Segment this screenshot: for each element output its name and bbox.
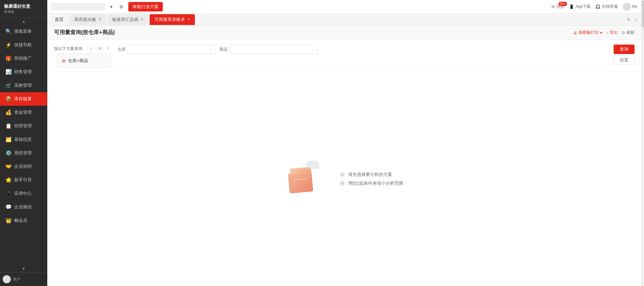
sidebar-item-search[interactable]: 🔍 搜索菜单 <box>0 25 47 38</box>
edit-scheme-btn[interactable]: ⚙ <box>96 45 103 52</box>
online-service-label: 在线客服 <box>602 4 618 9</box>
sidebar-item-app-center[interactable]: 📱 应用中心 <box>0 187 47 200</box>
refresh-icon: ↻ <box>622 30 625 35</box>
tip-text-1: 请先选择要分析的方案 <box>348 172 392 178</box>
user-menu[interactable]: Rit <box>623 3 637 11</box>
dropdown-btn[interactable]: ▾ <box>108 3 114 10</box>
tab-maximize-btn[interactable]: ⤢ <box>633 16 639 23</box>
sidebar-scroll-down[interactable]: ▼ <box>0 265 47 272</box>
top-bar-right: ✉ 消息 99+ 📱 App下载 🎧 在线客服 Rit <box>551 3 637 11</box>
sidebar-item-label: 资金管理 <box>14 109 32 115</box>
product-input[interactable]: ··· <box>230 45 317 54</box>
print-icon: 🖨 <box>573 30 577 35</box>
right-scrollbar[interactable] <box>641 0 644 286</box>
username: Rit <box>632 4 637 9</box>
tab-collect-ledger[interactable]: 收发存汇总表 ✕ <box>107 14 148 25</box>
search-icon: 🔍 <box>5 28 11 34</box>
sidebar-item-enterprise[interactable]: 🤝 企业协同 <box>0 160 47 173</box>
template-print-btn[interactable]: 🖨 按模板打印 ▾ <box>573 30 602 35</box>
tip-text-2: 用[过滤]条件来缩小分析范围 <box>348 180 403 186</box>
phone-icon: 📱 <box>569 4 574 9</box>
sidebar-item-inventory[interactable]: 📦 库存核算 <box>0 92 47 106</box>
shortcut-icon: ⚡ <box>5 42 11 48</box>
print-dropdown-icon[interactable]: ▾ <box>600 30 602 35</box>
empty-tip-2: ② 用[过滤]条件来缩小分析范围 <box>339 180 403 186</box>
scrollbar-thumb <box>642 1 644 28</box>
tip-num-2: ② <box>339 180 345 186</box>
operation-icon: 📋 <box>5 123 11 129</box>
cart-icon: 🛒 <box>5 82 11 88</box>
sidebar-item-shortcut[interactable]: ⚡ 快捷导航 <box>0 38 47 52</box>
industry-btn[interactable]: 体验行业方案 <box>128 2 163 11</box>
search-input[interactable] <box>51 3 105 10</box>
empty-illustration <box>285 159 326 199</box>
sidebar-scroll: 🔍 搜索菜单 ⚡ 快捷导航 🎁 营销推广 📊 销售管理 🛒 采购管理 📦 库存核… <box>0 25 47 265</box>
main-area: ▾ ⚙ 体验行业方案 ✉ 消息 99+ 📱 App下载 🎧 在线客服 Rit <box>47 0 641 286</box>
app-download-label: App下载 <box>575 4 591 9</box>
online-service-btn[interactable]: 🎧 在线客服 <box>595 4 618 9</box>
sidebar-item-guide[interactable]: 🌟 新手引导 <box>0 173 47 187</box>
tab-available-ledger[interactable]: 可用量库存账本 ✕ <box>150 14 195 25</box>
sidebar-item-operation[interactable]: 📋 经营管理 <box>0 119 47 133</box>
scheme-icon: ⊛ <box>62 58 66 63</box>
filter-actions: ＋ ⚙ 《 <box>87 45 109 52</box>
gear-icon: ⚙️ <box>5 150 11 156</box>
info-icon: 🗂️ <box>5 136 11 142</box>
user-name-label: 用户 <box>13 277 20 282</box>
sidebar-scroll-up[interactable]: ▲ <box>0 18 47 25</box>
warehouse-more-btn[interactable]: ··· <box>209 47 212 52</box>
app-name: 畅康通好生意 <box>4 3 43 9</box>
query-button[interactable]: 查询 <box>614 45 635 54</box>
settings-icon-btn[interactable]: ⚙ <box>117 3 126 10</box>
tab-available-ledger-close[interactable]: ✕ <box>187 17 190 22</box>
product-more-btn[interactable]: ··· <box>311 47 314 52</box>
sidebar-item-basic-info[interactable]: 🗂️ 基础信息 <box>0 133 47 146</box>
filter-section: 按以下方案查询 ＋ ⚙ 《 ⊛ 仓库+商品 仓库 ··· <box>47 40 641 72</box>
sidebar-item-sales[interactable]: 📊 销售管理 <box>0 65 47 79</box>
headphone-icon: 🎧 <box>595 4 600 9</box>
scheme-item-warehouse-product[interactable]: ⊛ 仓库+商品 <box>57 56 110 66</box>
export-btn[interactable]: ↑ 导出 <box>606 30 618 35</box>
export-icon: ↑ <box>606 30 608 35</box>
sidebar-item-label: 应用中心 <box>14 190 32 197</box>
filter-field-warehouse: 仓库 ··· <box>118 45 215 54</box>
sidebar-item-label: 畅会员 <box>14 217 27 224</box>
tab-home[interactable]: 首页 <box>50 14 68 25</box>
tab-batch-ledger-close[interactable]: ✕ <box>98 17 101 22</box>
sidebar-item-label: 企业协同 <box>14 163 32 170</box>
sidebar-bottom: 用户 <box>0 272 47 286</box>
app-download-btn[interactable]: 📱 App下载 <box>569 4 591 9</box>
sidebar-item-label: 企业微信 <box>14 204 32 210</box>
filter-label: 按以下方案查询 <box>54 46 82 52</box>
crown-icon: 👑 <box>5 217 11 224</box>
empty-tips: ① 请先选择要分析的方案 ② 用[过滤]条件来缩小分析范围 <box>339 172 403 186</box>
filter-field-product: 商品 ··· <box>220 45 317 54</box>
gift-icon: 🎁 <box>5 55 11 61</box>
product-field-label: 商品 <box>220 47 228 52</box>
warehouse-field-label: 仓库 <box>118 47 126 52</box>
wechat-icon: 💬 <box>5 204 11 210</box>
tab-close-btn[interactable]: ✕ <box>626 16 631 23</box>
warehouse-input[interactable]: ··· <box>128 45 215 54</box>
tab-batch-ledger[interactable]: 库存批次账 ✕ <box>70 14 106 25</box>
sidebar-item-label: 基础信息 <box>14 136 32 142</box>
sidebar-item-label: 采购管理 <box>14 82 32 88</box>
content-header: 可用量查询(按仓库+商品) 🖨 按模板打印 ▾ ↑ 导出 ↻ 刷新 <box>47 26 641 40</box>
sidebar-item-system[interactable]: ⚙️ 系统管理 <box>0 146 47 160</box>
sidebar-item-member[interactable]: 👑 畅会员 <box>0 214 47 227</box>
sidebar-logo: 畅康通好生意 标准版 <box>0 0 47 18</box>
message-btn[interactable]: ✉ 消息 99+ <box>551 4 564 9</box>
collapse-panel-btn[interactable]: 《 <box>105 45 109 51</box>
sidebar-item-marketing[interactable]: 🎁 营销推广 <box>0 52 47 65</box>
add-scheme-btn[interactable]: ＋ <box>87 45 95 52</box>
sidebar-item-label: 新手引导 <box>14 177 32 183</box>
settings-button[interactable]: 设置 <box>614 55 635 65</box>
refresh-btn[interactable]: ↻ 刷新 <box>622 30 635 35</box>
tab-collect-ledger-close[interactable]: ✕ <box>140 17 144 22</box>
star-icon: 🌟 <box>5 177 11 183</box>
action-buttons: 查询 设置 <box>614 43 635 66</box>
tip-num-1: ① <box>339 172 345 178</box>
sidebar-item-purchase[interactable]: 🛒 采购管理 <box>0 79 47 92</box>
sidebar-item-finance[interactable]: 💰 资金管理 <box>0 106 47 119</box>
sidebar-item-wechat[interactable]: 💬 企业微信 <box>0 200 47 214</box>
